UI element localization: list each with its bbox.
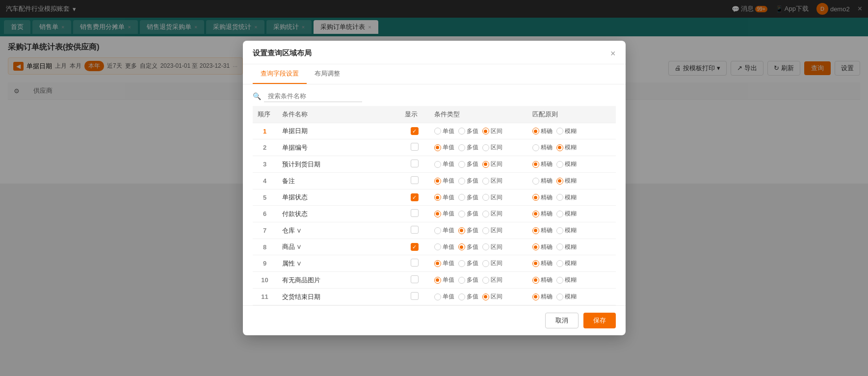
radio-circle-type-2 — [434, 161, 441, 168]
radio-circle-type-2 — [482, 161, 489, 168]
row-name-3: 备注 — [277, 173, 400, 184]
radio-circle-match-1 — [532, 144, 539, 151]
row-name-1: 单据编号 — [277, 139, 400, 156]
radio-circle-match-2 — [532, 161, 539, 168]
th-display: 显示 — [400, 106, 429, 123]
row-order-2: 3 — [253, 156, 277, 173]
radio-circle-match-0 — [532, 128, 539, 134]
radio-circle-type-2 — [458, 161, 465, 168]
radio-type-多值-1[interactable]: 多值 — [458, 143, 478, 152]
radio-type-单值-1[interactable]: 单值 — [434, 143, 454, 152]
modal-tabs: 查询字段设置 布局调整 — [243, 64, 626, 84]
radio-match-模糊-1[interactable]: 模糊 — [556, 143, 577, 152]
radio-type-多值-3[interactable]: 多值 — [458, 177, 478, 184]
radio-type-单值-0[interactable]: 单值 — [434, 127, 454, 135]
row-display-1[interactable] — [400, 139, 429, 156]
row-type-0: 单值多值区间 — [429, 123, 527, 139]
tab-query-fields[interactable]: 查询字段设置 — [253, 64, 307, 84]
radio-circle-type-0 — [458, 128, 465, 134]
radio-circle-match-2 — [556, 161, 563, 168]
modal-title: 设置查询区域布局 — [253, 49, 312, 58]
th-order: 顺序 — [253, 106, 277, 123]
row-type-3: 单值多值区间 — [429, 173, 527, 184]
radio-type-区间-3[interactable]: 区间 — [482, 177, 502, 184]
radio-match-模糊-3[interactable]: 模糊 — [556, 177, 577, 184]
table-row: 3预计到货日期单值多值区间精确模糊 — [253, 156, 616, 173]
radio-match-精确-0[interactable]: 精确 — [532, 127, 552, 135]
radio-circle-type-1 — [458, 144, 465, 151]
row-match-0: 精确模糊 — [527, 123, 616, 139]
row-type-1: 单值多值区间 — [429, 139, 527, 156]
search-input[interactable] — [264, 90, 362, 102]
radio-circle-match-0 — [556, 128, 563, 134]
row-order-3: 4 — [253, 173, 277, 184]
table-row: 4备注单值多值区间精确模糊 — [253, 173, 616, 184]
radio-circle-match-1 — [556, 144, 563, 151]
radio-circle-type-1 — [434, 144, 441, 151]
modal-header: 设置查询区域布局 × — [243, 41, 626, 64]
radio-type-多值-2[interactable]: 多值 — [458, 160, 478, 168]
radio-match-精确-3[interactable]: 精确 — [532, 177, 552, 184]
row-name-0: 单据日期 — [277, 123, 400, 139]
radio-match-模糊-2[interactable]: 模糊 — [556, 160, 577, 168]
table-row: 2单据编号单值多值区间精确模糊 — [253, 139, 616, 156]
radio-type-区间-0[interactable]: 区间 — [482, 127, 502, 135]
radio-circle-type-3 — [482, 178, 489, 184]
radio-circle-match-3 — [532, 178, 539, 184]
radio-circle-type-3 — [434, 178, 441, 184]
checkbox-2[interactable] — [411, 160, 419, 167]
search-icon: 🔍 — [253, 92, 261, 100]
th-match: 匹配原则 — [527, 106, 616, 123]
row-display-2[interactable] — [400, 156, 429, 173]
th-name: 条件名称 — [277, 106, 400, 123]
table-row: 1单据日期✓单值多值区间精确模糊 — [253, 123, 616, 139]
row-order-0: 1 — [253, 123, 277, 139]
modal-overlay: 设置查询区域布局 × 查询字段设置 布局调整 🔍 顺序 条件名称 — [0, 0, 868, 184]
row-match-3: 精确模糊 — [527, 173, 616, 184]
radio-type-单值-2[interactable]: 单值 — [434, 160, 454, 168]
radio-type-单值-3[interactable]: 单值 — [434, 177, 454, 184]
radio-type-区间-1[interactable]: 区间 — [482, 143, 502, 152]
row-order-1: 2 — [253, 139, 277, 156]
modal-table-wrap: 顺序 条件名称 显示 条件类型 匹配原则 1单据日期✓单值多值区间精确模糊2单据… — [243, 106, 626, 184]
row-name-2: 预计到货日期 — [277, 156, 400, 173]
radio-circle-type-0 — [482, 128, 489, 134]
radio-circle-match-3 — [556, 178, 563, 184]
settings-modal: 设置查询区域布局 × 查询字段设置 布局调整 🔍 顺序 条件名称 — [243, 41, 626, 184]
modal-close-button[interactable]: × — [610, 49, 616, 58]
radio-match-模糊-0[interactable]: 模糊 — [556, 127, 577, 135]
row-display-0[interactable]: ✓ — [400, 123, 429, 139]
radio-type-区间-2[interactable]: 区间 — [482, 160, 502, 168]
row-type-2: 单值多值区间 — [429, 156, 527, 173]
tab-query-fields-label: 查询字段设置 — [261, 70, 299, 77]
tab-layout-adjust-label: 布局调整 — [315, 70, 340, 77]
tab-layout-adjust[interactable]: 布局调整 — [307, 64, 348, 84]
row-match-1: 精确模糊 — [527, 139, 616, 156]
modal-search-area: 🔍 — [243, 84, 626, 106]
row-display-3[interactable] — [400, 173, 429, 184]
th-type: 条件类型 — [429, 106, 527, 123]
checkbox-1[interactable] — [411, 143, 419, 151]
radio-circle-type-3 — [458, 178, 465, 184]
row-match-2: 精确模糊 — [527, 156, 616, 173]
radio-match-精确-1[interactable]: 精确 — [532, 143, 552, 152]
radio-type-多值-0[interactable]: 多值 — [458, 127, 478, 135]
conditions-table: 顺序 条件名称 显示 条件类型 匹配原则 1单据日期✓单值多值区间精确模糊2单据… — [253, 106, 616, 184]
checkbox-3[interactable] — [411, 176, 419, 184]
radio-circle-type-0 — [434, 128, 441, 134]
radio-circle-type-1 — [482, 144, 489, 151]
checkbox-0[interactable]: ✓ — [411, 127, 419, 135]
radio-match-精确-2[interactable]: 精确 — [532, 160, 552, 168]
